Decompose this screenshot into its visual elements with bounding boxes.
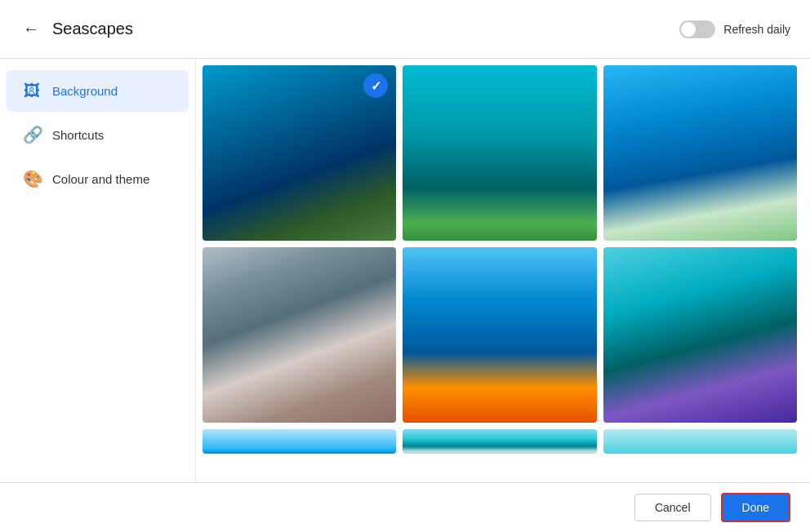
image-cell-3[interactable]	[603, 65, 797, 241]
content-area: ✓	[196, 59, 810, 482]
sidebar-label-shortcuts: Shortcuts	[52, 128, 104, 142]
app-container: ← Seascapes Refresh daily 🖼 Background 🔗…	[0, 0, 810, 532]
back-button[interactable]: ←	[20, 16, 42, 42]
main-layout: 🖼 Background 🔗 Shortcuts 🎨 Colour and th…	[0, 59, 810, 482]
header: ← Seascapes Refresh daily	[0, 0, 810, 59]
sidebar-item-shortcuts[interactable]: 🔗 Shortcuts	[7, 113, 189, 156]
sidebar-item-colour-theme[interactable]: 🎨 Colour and theme	[7, 157, 189, 200]
sidebar-label-colour-theme: Colour and theme	[52, 172, 149, 186]
image-cell-4[interactable]	[202, 247, 396, 423]
refresh-toggle-container: Refresh daily	[679, 20, 790, 38]
image-cell-5[interactable]	[403, 247, 596, 423]
image-cell-7[interactable]	[202, 429, 396, 454]
image-cell-2[interactable]	[403, 65, 596, 241]
image-grid: ✓	[202, 65, 797, 454]
sidebar-label-background: Background	[52, 84, 118, 98]
cancel-button[interactable]: Cancel	[634, 494, 711, 521]
done-button[interactable]: Done	[721, 493, 790, 522]
image-cell-9[interactable]	[603, 429, 797, 454]
header-left: ← Seascapes	[20, 16, 133, 42]
image-cell-6[interactable]	[603, 247, 797, 423]
image-grid-wrapper[interactable]: ✓	[196, 59, 810, 482]
selected-badge: ✓	[363, 73, 388, 98]
sidebar-item-background[interactable]: 🖼 Background	[7, 70, 189, 112]
shortcuts-icon: 🔗	[23, 125, 41, 144]
image-cell-1[interactable]: ✓	[202, 65, 396, 241]
bottom-bar: Cancel Done	[0, 482, 810, 532]
colour-theme-icon: 🎨	[23, 169, 41, 188]
refresh-daily-label: Refresh daily	[723, 23, 790, 36]
image-cell-8[interactable]	[403, 429, 596, 454]
background-icon: 🖼	[23, 82, 41, 100]
header-right: Refresh daily	[679, 20, 790, 38]
sidebar: 🖼 Background 🔗 Shortcuts 🎨 Colour and th…	[0, 59, 196, 482]
refresh-daily-toggle[interactable]	[679, 20, 715, 38]
page-title: Seascapes	[52, 20, 133, 38]
